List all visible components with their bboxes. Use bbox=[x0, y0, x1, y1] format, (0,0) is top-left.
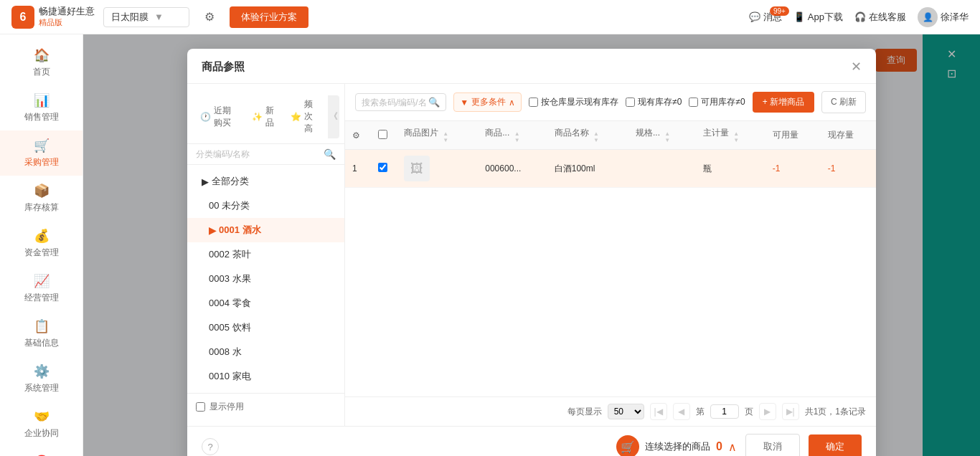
category-liquor[interactable]: ▶ 0001 酒水 bbox=[187, 218, 344, 242]
modal-close-button[interactable]: ✕ bbox=[851, 59, 862, 75]
help-icon[interactable]: ? bbox=[202, 438, 219, 455]
col-code[interactable]: 商品... ▲▼ bbox=[478, 121, 547, 150]
add-product-button[interactable]: + 新增商品 bbox=[753, 92, 814, 113]
col-checkbox[interactable] bbox=[371, 121, 397, 150]
cart-icon[interactable]: 🛒 bbox=[616, 435, 639, 456]
category-tea[interactable]: 0002 茶叶 bbox=[187, 242, 344, 267]
sidebar-item-system[interactable]: ⚙️ 系统管理 bbox=[0, 356, 83, 402]
tab-recent-purchase[interactable]: 🕐 近期购买 bbox=[193, 100, 245, 133]
product-reference-modal: 商品参照 ✕ 🕐 近期购买 ✨ 新品 bbox=[187, 49, 876, 456]
sidebar-item-home[interactable]: 🏠 首页 bbox=[0, 40, 83, 85]
col-code-label: 商品... bbox=[485, 128, 509, 138]
product-search-input[interactable] bbox=[362, 98, 425, 108]
row-code: 000600... bbox=[478, 150, 547, 188]
cancel-button[interactable]: 取消 bbox=[745, 434, 800, 456]
tab-new-product[interactable]: ✨ 新品 bbox=[245, 100, 283, 133]
left-panel-collapse-button[interactable]: 《 bbox=[328, 95, 339, 138]
available-filter-checkbox[interactable]: 现有库存≠0 bbox=[626, 96, 682, 108]
col-settings[interactable]: ⚙ bbox=[345, 121, 371, 150]
avatar: 👤 bbox=[918, 7, 938, 27]
new-icon: ✨ bbox=[252, 112, 263, 122]
sales-icon: 📊 bbox=[34, 92, 50, 108]
sidebar-item-purchase[interactable]: 🛒 采购管理 bbox=[0, 130, 83, 176]
sidebar-item-basic[interactable]: 📋 基础信息 bbox=[0, 311, 83, 356]
main-layout: 🏠 首页 📊 销售管理 🛒 采购管理 📦 库存核算 💰 资金管理 📈 经营管理 … bbox=[0, 34, 980, 456]
online-service-item[interactable]: 🎧 在线客服 bbox=[854, 11, 906, 24]
tab-high-frequency[interactable]: ⭐ 频次高 bbox=[283, 94, 329, 139]
purchase-icon: 🛒 bbox=[34, 138, 50, 153]
messages-item[interactable]: 💬 消息 99+ bbox=[749, 11, 782, 24]
sidebar-item-label: 首页 bbox=[33, 66, 50, 78]
modal-right-toolbar: 🔍 ▼ 更多条件 ∧ 按仓库显示现有库存 bbox=[345, 84, 876, 121]
next-page-button[interactable]: ▶ bbox=[759, 403, 776, 420]
prev-page-button[interactable]: ◀ bbox=[673, 403, 690, 420]
sidebar-item-sales[interactable]: 📊 销售管理 bbox=[0, 85, 83, 130]
col-unit[interactable]: 主计量 ▲▼ bbox=[696, 121, 765, 150]
sidebar-item-inventory[interactable]: 📦 库存核算 bbox=[0, 176, 83, 221]
last-page-button[interactable]: ▶| bbox=[782, 403, 799, 420]
col-available[interactable]: 可用量 bbox=[765, 121, 821, 150]
sidebar-item-guide[interactable]: 🎯 新手引导 bbox=[0, 447, 83, 456]
col-unit-label: 主计量 bbox=[703, 128, 729, 138]
modal-title: 商品参照 bbox=[202, 60, 245, 74]
col-image[interactable]: 商品图片 ▲▼ bbox=[397, 121, 478, 150]
per-page-select[interactable]: 50 100 bbox=[608, 404, 644, 419]
product-search-bar: 🔍 bbox=[355, 93, 446, 111]
trial-button[interactable]: 体验行业方案 bbox=[230, 6, 308, 28]
sidebar-item-label: 企业协同 bbox=[24, 427, 59, 440]
select-all-checkbox[interactable] bbox=[378, 130, 387, 139]
store-select[interactable]: 日太阳膜 ▼ bbox=[103, 7, 189, 27]
collab-icon: 🤝 bbox=[34, 409, 50, 424]
category-unclassified[interactable]: 00 未分类 bbox=[187, 194, 344, 218]
table: ⚙ 商品图片 ▲▼ 商品... ▲▼ bbox=[345, 121, 876, 188]
refresh-button[interactable]: C 刷新 bbox=[821, 91, 866, 113]
filter-collapse-icon: ∧ bbox=[509, 98, 515, 108]
col-image-sort: ▲▼ bbox=[443, 130, 448, 143]
col-stock-label: 现存量 bbox=[828, 130, 854, 140]
sidebar-item-collab[interactable]: 🤝 企业协同 bbox=[0, 402, 83, 447]
logo-text: 畅捷通好生意 精品版 bbox=[39, 6, 95, 28]
show-disabled-input[interactable] bbox=[196, 402, 205, 412]
user-item[interactable]: 👤 徐泽华 bbox=[918, 7, 969, 27]
sidebar-item-finance[interactable]: 💰 资金管理 bbox=[0, 221, 83, 266]
modal-body: 🕐 近期购买 ✨ 新品 ⭐ 频次高 《 bbox=[187, 84, 876, 426]
sidebar-item-operations[interactable]: 📈 经营管理 bbox=[0, 266, 83, 311]
table-row[interactable]: 1 🖼 000600... 白酒100ml bbox=[345, 150, 876, 188]
active-expand-icon: ▶ bbox=[209, 225, 216, 236]
more-filters-button[interactable]: ▼ 更多条件 ∧ bbox=[453, 92, 522, 112]
page-number-input[interactable] bbox=[710, 404, 739, 419]
row-select-checkbox[interactable] bbox=[378, 163, 387, 172]
category-search-bar: 🔍 bbox=[187, 144, 344, 165]
category-fruit[interactable]: 0003 水果 bbox=[187, 267, 344, 291]
modal-left-footer: 显示停用 bbox=[187, 393, 344, 420]
category-beverage[interactable]: 0005 饮料 bbox=[187, 315, 344, 340]
home-icon: 🏠 bbox=[34, 47, 50, 63]
cart-collapse-icon[interactable]: ∧ bbox=[728, 440, 737, 454]
confirm-button[interactable]: 确定 bbox=[809, 434, 862, 456]
first-page-button[interactable]: |◀ bbox=[650, 403, 667, 420]
settings-icon[interactable]: ⚙ bbox=[198, 6, 221, 29]
usable-filter-input[interactable] bbox=[689, 98, 698, 107]
col-name[interactable]: 商品名称 ▲▼ bbox=[547, 121, 628, 150]
product-search-icon[interactable]: 🔍 bbox=[428, 97, 440, 108]
category-search-input[interactable] bbox=[196, 149, 324, 159]
operations-icon: 📈 bbox=[34, 273, 50, 289]
category-search-icon[interactable]: 🔍 bbox=[324, 148, 336, 160]
row-checkbox[interactable] bbox=[371, 150, 397, 188]
warehouse-filter-input[interactable] bbox=[529, 98, 538, 107]
basic-icon: 📋 bbox=[34, 318, 50, 334]
category-all[interactable]: ▶ 全部分类 bbox=[187, 169, 344, 194]
finance-icon: 💰 bbox=[34, 228, 50, 244]
category-water[interactable]: 0008 水 bbox=[187, 340, 344, 364]
category-snack[interactable]: 0004 零食 bbox=[187, 291, 344, 315]
available-filter-input[interactable] bbox=[626, 98, 635, 107]
category-appliances[interactable]: 0010 家电 bbox=[187, 364, 344, 389]
col-spec[interactable]: 规格... ▲▼ bbox=[628, 121, 696, 150]
usable-filter-checkbox[interactable]: 可用库存≠0 bbox=[689, 96, 745, 108]
show-disabled-checkbox[interactable]: 显示停用 bbox=[196, 401, 336, 413]
sidebar-item-label: 销售管理 bbox=[24, 111, 59, 123]
sidebar-item-label: 经营管理 bbox=[24, 292, 59, 304]
app-download-item[interactable]: 📱 App下载 bbox=[793, 11, 843, 24]
col-stock[interactable]: 现存量 bbox=[821, 121, 876, 150]
warehouse-filter-checkbox[interactable]: 按仓库显示现有库存 bbox=[529, 96, 618, 108]
